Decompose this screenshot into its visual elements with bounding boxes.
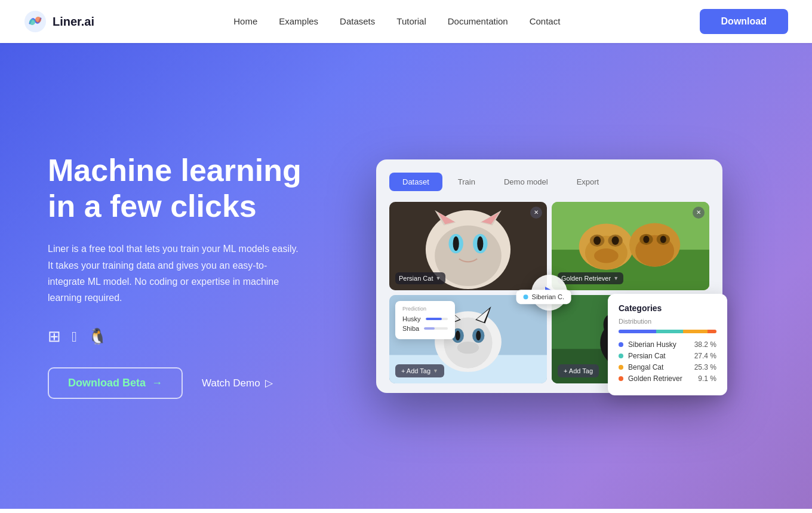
tab-train[interactable]: Train [445,173,488,191]
logo-container: Liner.ai [24,10,94,33]
download-beta-button[interactable]: Download Beta → [48,367,183,399]
nav-documentation[interactable]: Documentation [448,16,508,26]
cat-dot-golden [619,376,623,381]
hero-title: Machine learningin a few clicks [48,153,334,225]
svg-point-9 [477,236,483,250]
svg-point-20 [593,236,601,244]
tab-dataset[interactable]: Dataset [389,173,442,191]
prediction-husky-bar-bg [426,318,448,320]
app-tabs: Dataset Train Demo model Export [389,173,709,191]
category-row-1: Persian Cat 27.4 % [619,352,716,360]
category-row-0: Siberian Husky 38.2 % [619,340,716,349]
hero-content: Machine learningin a few clicks Liner is… [48,153,334,399]
app-window: Dataset Train Demo model Export [376,159,722,393]
tab-export[interactable]: Export [564,173,613,191]
siberian-cat-tooltip: Siberian C. [516,290,571,304]
download-beta-arrow: → [152,377,162,389]
nav-tutorial[interactable]: Tutorial [396,16,426,26]
cat-dot-husky [619,342,623,347]
cat-pct-husky: 38.2 % [694,340,716,349]
nav-home[interactable]: Home [233,16,257,26]
dist-husky-seg [619,330,656,333]
svg-point-22 [594,248,619,263]
prediction-title: Prediction [402,306,448,312]
tab-demo-model[interactable]: Demo model [491,173,561,191]
image-cat: Persian Cat ▼ ✕ [389,202,547,290]
hero-visual: Dataset Train Demo model Export [334,159,764,393]
cat-name-husky: Siberian Husky [628,340,690,349]
prediction-husky-bar [426,318,442,320]
prediction-shiba-label: Shiba [402,325,419,332]
nav-examples[interactable]: Examples [279,16,318,26]
windows-icon: ⊞ [48,327,61,346]
watch-demo-label: Watch Demo [202,377,260,389]
cat-close-button[interactable]: ✕ [530,207,542,219]
dog1-tag-dropdown[interactable]: ▼ [613,275,619,281]
hero-section: Machine learningin a few clicks Liner is… [0,43,812,509]
svg-point-35 [456,330,460,340]
cat-tag: Persian Cat ▼ [395,272,445,284]
svg-point-1 [29,19,35,25]
tooltip-dot-icon [524,294,528,299]
nav-datasets[interactable]: Datasets [340,16,375,26]
prediction-row-shiba: Shiba [402,325,448,332]
cat-dot-persian [619,354,623,358]
svg-point-2 [35,17,41,23]
add-tag-label: + Add Tag [401,367,430,374]
categories-subtitle: Distribution [619,318,716,325]
navbar: Liner.ai Home Examples Datasets Tutorial… [0,0,812,43]
dist-persian-seg [656,330,683,333]
blackdog-add-tag[interactable]: + Add Tag [558,364,599,377]
apple-icon:  [72,328,77,345]
watch-demo-button[interactable]: Watch Demo ▷ [202,377,273,389]
cat-tag-dropdown[interactable]: ▼ [435,275,441,281]
cat-pct-bengal: 25.3 % [694,363,716,371]
dog1-tag: Golden Retriever ▼ [558,272,623,284]
category-row-2: Bengal Cat 25.3 % [619,363,716,371]
svg-point-27 [643,235,649,242]
download-beta-label: Download Beta [68,377,146,389]
dist-golden-seg [708,330,716,333]
prediction-husky-label: Husky [402,315,421,322]
prediction-shiba-bar-bg [424,327,448,330]
watch-demo-play-icon: ▷ [265,377,273,389]
categories-title: Categories [619,303,716,313]
prediction-card: Prediction Husky Shiba [395,301,455,339]
linux-icon: 🐧 [88,327,107,346]
images-grid: Persian Cat ▼ ✕ [389,202,709,383]
cat-tag-label: Persian Cat [399,275,433,282]
brand-name: Liner.ai [53,15,94,29]
svg-point-28 [660,235,666,242]
cat-dot-bengal [619,365,623,370]
dist-bengal-seg [683,330,708,333]
cat-name-golden: Golden Retriever [628,374,693,383]
nav-contact[interactable]: Contact [530,16,561,26]
liner-logo-icon [24,10,47,33]
os-icons-row: ⊞  🐧 [48,327,334,346]
dog1-tag-label: Golden Retriever [561,275,611,282]
cat-pct-persian: 27.4 % [694,352,716,360]
cat-name-persian: Persian Cat [628,352,690,360]
distribution-bar [619,330,716,333]
cat-name-bengal: Bengal Cat [628,363,690,371]
nav-links: Home Examples Datasets Tutorial Document… [233,16,560,27]
blackdog-add-tag-label: + Add Tag [564,367,593,374]
dog1-close-button[interactable]: ✕ [693,207,705,219]
svg-point-21 [612,236,619,244]
image-husky: Prediction Husky Shiba [389,295,547,383]
image-golden-retriever: Golden Retriever ▼ ✕ [552,202,709,290]
add-tag-dropdown[interactable]: ▼ [433,368,438,374]
prediction-row-husky: Husky [402,315,448,322]
svg-point-8 [453,236,459,250]
husky-add-tag[interactable]: + Add Tag ▼ [395,364,444,377]
svg-point-37 [457,342,479,354]
hero-description: Liner is a free tool that lets you train… [48,241,299,306]
hero-cta-row: Download Beta → Watch Demo ▷ [48,367,334,399]
cat-pct-golden: 9.1 % [698,374,716,383]
svg-point-36 [476,330,481,340]
prediction-shiba-bar [424,327,435,330]
category-row-3: Golden Retriever 9.1 % [619,374,716,383]
tooltip-text: Siberian C. [532,293,564,300]
nav-download-button[interactable]: Download [700,9,788,34]
categories-card: Categories Distribution Siberian Husky 3… [608,294,727,395]
